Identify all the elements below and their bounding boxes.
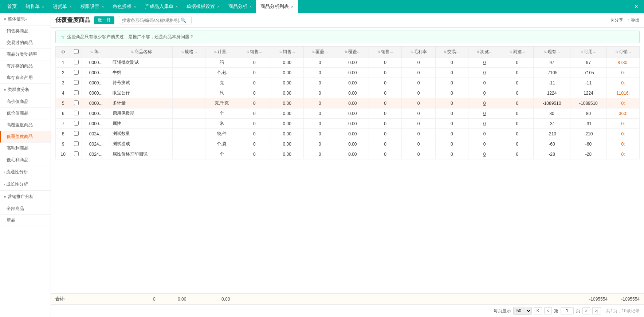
- sidebar-item-category-rate[interactable]: 商品分类动销率: [0, 49, 51, 60]
- nav-tab-sales[interactable]: 销售单 ×: [21, 0, 48, 13]
- table-cell[interactable]: [71, 58, 82, 68]
- table-cell: 0024...: [82, 139, 110, 149]
- first-page-button[interactable]: K: [534, 307, 542, 314]
- sales-qty-column-header[interactable]: ⇅销售...: [238, 47, 271, 58]
- search-icon[interactable]: 🔍: [180, 17, 186, 23]
- row-checkbox[interactable]: [74, 111, 79, 115]
- select-all-checkbox[interactable]: [74, 49, 79, 54]
- sidebar-item-high-gross[interactable]: 高毛利商品: [0, 143, 51, 154]
- row-checkbox[interactable]: [74, 70, 79, 75]
- table-cell[interactable]: [71, 108, 82, 119]
- table-cell[interactable]: [71, 149, 82, 159]
- table-cell[interactable]: [71, 129, 82, 139]
- sidebar-section-marketing[interactable]: ∨ 营销推广分析: [0, 191, 51, 203]
- table-cell: 测试数量: [110, 129, 173, 139]
- table-cell: [173, 88, 205, 98]
- available-column-header[interactable]: ⇅可用...: [570, 47, 606, 58]
- table-cell[interactable]: [71, 139, 82, 149]
- close-icon[interactable]: ×: [217, 4, 219, 9]
- per-page-select[interactable]: 50 20 100: [513, 307, 532, 315]
- table-cell[interactable]: [71, 78, 82, 88]
- page-number-input[interactable]: [561, 307, 574, 314]
- saleable-column-header[interactable]: ⇅可销...: [607, 47, 640, 58]
- row-checkbox[interactable]: [74, 141, 79, 146]
- table-cell[interactable]: [71, 119, 82, 129]
- table-cell[interactable]: [71, 68, 82, 78]
- main-layout: ∨ 整体信息 « 销售类商品 交易过的商品 商品分类动销率 有库存的商品 库存资…: [0, 13, 644, 317]
- close-icon[interactable]: ×: [291, 4, 293, 9]
- spec-column-header[interactable]: ⇅规格...: [173, 47, 205, 58]
- sidebar-section-cluster[interactable]: ∨ 类群度分析: [0, 84, 51, 96]
- sidebar-item-low-gross[interactable]: 低毛利商品: [0, 154, 51, 166]
- row-checkbox[interactable]: [74, 60, 79, 64]
- trade-column-header[interactable]: ⇅交易...: [435, 47, 468, 58]
- nav-tab-role[interactable]: 角色授权 ×: [108, 0, 140, 13]
- gross-rate-column-header[interactable]: ⇅毛利率: [402, 47, 436, 58]
- table-cell[interactable]: [71, 88, 82, 98]
- row-checkbox[interactable]: [74, 90, 79, 95]
- checkbox-column-header[interactable]: [71, 47, 82, 58]
- table-cell: 0: [303, 78, 336, 88]
- sidebar-item-traded-goods[interactable]: 交易过的商品: [0, 37, 51, 49]
- table-cell: 0: [303, 139, 336, 149]
- close-icon[interactable]: ×: [102, 4, 104, 9]
- coverage1-column-header[interactable]: ⇅覆盖...: [303, 47, 336, 58]
- row-checkbox[interactable]: [74, 151, 79, 156]
- nav-tab-product-storage[interactable]: 产成品入库单 ×: [141, 0, 182, 13]
- current-stock-column-header[interactable]: ⇅现有...: [534, 47, 570, 58]
- table-cell: [173, 149, 205, 159]
- next-page-button[interactable]: >: [582, 307, 590, 314]
- table-cell: 0: [369, 98, 402, 108]
- coverage2-column-header[interactable]: ⇅覆盖...: [336, 47, 369, 58]
- prev-page-button[interactable]: <: [544, 307, 552, 314]
- close-icon[interactable]: ×: [42, 4, 44, 9]
- export-button[interactable]: ↑ 导出: [628, 17, 640, 23]
- table-cell: 0.00: [336, 88, 369, 98]
- sidebar-item-new-goods[interactable]: 新品: [0, 215, 51, 226]
- share-button[interactable]: ⎘ 分享: [611, 17, 623, 23]
- last-page-button[interactable]: >|: [592, 307, 601, 314]
- table-cell: 属性价格打印测试: [110, 149, 173, 159]
- table-cell: 0.00: [271, 88, 303, 98]
- sidebar-item-inventory-funds[interactable]: 库存资金占用: [0, 72, 51, 84]
- nav-tab-home[interactable]: 首页: [3, 0, 21, 13]
- name-column-header[interactable]: ⇅商品名称: [110, 47, 173, 58]
- row-checkbox[interactable]: [74, 121, 79, 126]
- sidebar-section-overall[interactable]: ∨ 整体信息 «: [0, 13, 51, 25]
- time-filter-button[interactable]: 近一月: [94, 16, 114, 24]
- sidebar-item-sales-goods[interactable]: 销售类商品: [0, 25, 51, 37]
- table-cell: 7: [56, 119, 71, 129]
- sidebar-item-high-value[interactable]: 高价值商品: [0, 96, 51, 108]
- table-cell[interactable]: [71, 98, 82, 108]
- sales-amt-column-header[interactable]: ⇅销售...: [271, 47, 303, 58]
- search-input[interactable]: [122, 18, 180, 23]
- collapse-button[interactable]: «: [25, 17, 28, 22]
- sidebar-section-circulation[interactable]: › 流通性分析: [0, 166, 51, 178]
- close-icon[interactable]: ×: [69, 4, 71, 9]
- browse2-column-header[interactable]: ⇅浏览...: [501, 47, 534, 58]
- nav-tab-purchase[interactable]: 进货单 ×: [48, 0, 76, 13]
- table-cell: 0: [369, 139, 402, 149]
- row-checkbox[interactable]: [74, 80, 79, 85]
- window-close-button[interactable]: ×: [631, 3, 641, 11]
- nav-tab-permission[interactable]: 权限设置 ×: [76, 0, 108, 13]
- sidebar-section-growth[interactable]: › 成长性分析: [0, 178, 51, 191]
- close-icon[interactable]: ×: [250, 4, 252, 9]
- sidebar-item-high-coverage[interactable]: 高覆盖度商品: [0, 119, 51, 131]
- sidebar-item-low-coverage[interactable]: 低覆盖度商品: [0, 131, 51, 143]
- row-checkbox[interactable]: [74, 100, 79, 105]
- browse1-column-header[interactable]: ⇅浏览...: [468, 47, 501, 58]
- nav-tab-template[interactable]: 单据模板设置 ×: [182, 0, 224, 13]
- sidebar-item-low-value[interactable]: 低价值商品: [0, 108, 51, 119]
- nav-tab-analysis[interactable]: 商品分析 ×: [224, 0, 256, 13]
- close-icon[interactable]: ×: [134, 4, 136, 9]
- code-column-header[interactable]: ⇅商...: [82, 47, 110, 58]
- close-icon[interactable]: ×: [176, 4, 178, 9]
- sidebar-item-in-stock-goods[interactable]: 有库存的商品: [0, 60, 51, 72]
- sidebar-item-all-goods[interactable]: 全部商品: [0, 203, 51, 215]
- unit-column-header[interactable]: ⇅计量...: [205, 47, 238, 58]
- nav-tab-analysis-list[interactable]: 商品分析列表 ×: [256, 0, 298, 13]
- row-checkbox[interactable]: [74, 131, 79, 136]
- sales3-column-header[interactable]: ⇅销售...: [369, 47, 402, 58]
- settings-column-header[interactable]: ⚙: [56, 47, 71, 58]
